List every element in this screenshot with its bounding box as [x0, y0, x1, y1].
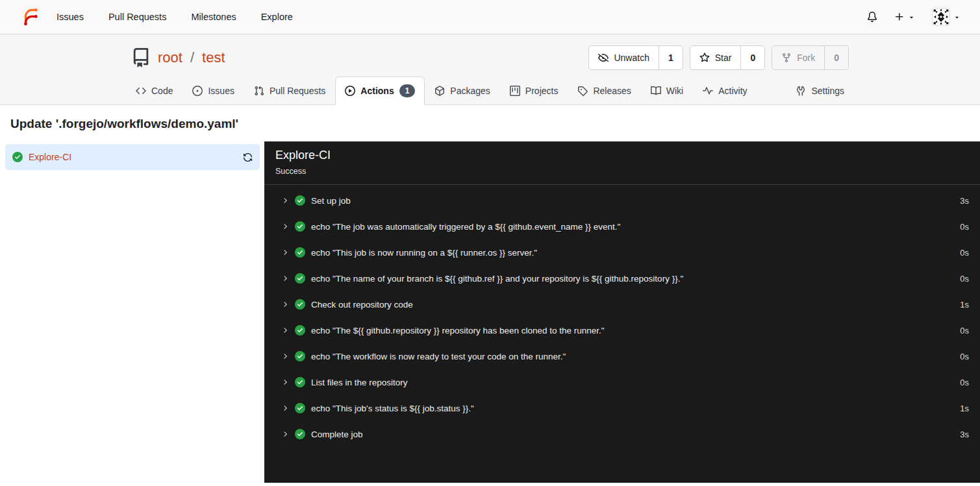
step-duration: 3s — [960, 430, 969, 439]
tab-actions-label: Actions — [360, 86, 394, 96]
repo-header: root / test Unwatch 1 Star 0 — [0, 34, 980, 105]
chevron-down-icon — [908, 14, 915, 21]
step-name: Complete job — [311, 430, 363, 439]
user-menu-button[interactable] — [927, 4, 966, 30]
tab-activity[interactable]: Activity — [693, 77, 757, 105]
chevron-right-icon[interactable] — [281, 249, 289, 256]
step-name: echo "The ${{ github.repository }} repos… — [311, 326, 605, 335]
actions-count-badge: 1 — [399, 84, 416, 97]
chevron-right-icon[interactable] — [281, 430, 289, 438]
step-duration: 0s — [960, 378, 969, 387]
forks-count[interactable]: 0 — [824, 46, 848, 69]
step-success-icon — [295, 221, 305, 232]
step-row[interactable]: echo "The ${{ github.repository }} repos… — [264, 317, 980, 343]
step-duration: 1s — [960, 300, 969, 310]
nav-link-pull-requests[interactable]: Pull Requests — [96, 12, 179, 22]
notifications-bell-icon[interactable] — [862, 8, 883, 26]
job-item-explore-ci[interactable]: Explore-CI — [5, 144, 260, 170]
tab-packages[interactable]: Packages — [425, 77, 499, 105]
plus-icon — [894, 12, 905, 22]
tab-projects-label: Projects — [525, 86, 559, 96]
tab-actions[interactable]: Actions 1 — [335, 77, 425, 105]
step-success-icon — [295, 299, 305, 310]
tab-releases[interactable]: Releases — [568, 77, 640, 105]
avatar — [932, 8, 950, 26]
step-row[interactable]: Complete job 3s — [264, 421, 980, 447]
step-row[interactable]: echo "This job is now running on a ${{ r… — [264, 239, 980, 265]
step-row[interactable]: echo "The name of your branch is ${{ git… — [264, 265, 980, 291]
step-success-icon — [295, 195, 305, 206]
tab-pull-requests[interactable]: Pull Requests — [244, 77, 335, 105]
code-icon — [136, 86, 146, 96]
step-success-icon — [295, 403, 305, 413]
repo-separator: / — [190, 49, 194, 66]
step-success-icon — [295, 325, 305, 335]
nav-link-issues[interactable]: Issues — [44, 12, 96, 22]
play-circle-icon — [345, 86, 355, 96]
tab-issues[interactable]: Issues — [182, 77, 244, 105]
pulse-icon — [703, 86, 713, 96]
step-success-icon — [295, 273, 305, 284]
nav-link-explore[interactable]: Explore — [249, 12, 305, 22]
step-success-icon — [295, 377, 305, 387]
jobs-sidebar: Explore-CI — [0, 141, 264, 483]
chevron-right-icon[interactable] — [281, 300, 289, 308]
create-new-button[interactable] — [889, 8, 920, 26]
forgejo-logo-icon[interactable] — [14, 7, 34, 27]
chevron-right-icon[interactable] — [281, 352, 289, 360]
step-duration: 0s — [960, 352, 969, 361]
watchers-count[interactable]: 1 — [659, 46, 683, 69]
step-duration: 0s — [960, 274, 969, 284]
git-pull-request-icon — [254, 86, 264, 96]
fork-button[interactable]: Fork — [772, 46, 824, 69]
navbar-right — [862, 4, 972, 30]
stars-count[interactable]: 0 — [740, 46, 764, 69]
repo-tabs: Code Issues Pull Requests Actions 1 Pack… — [121, 77, 859, 105]
step-duration: 3s — [960, 196, 969, 206]
step-row[interactable]: List files in the repository 0s — [264, 369, 980, 395]
tab-settings[interactable]: Settings — [786, 77, 854, 105]
tab-wiki-label: Wiki — [666, 86, 683, 96]
chevron-right-icon[interactable] — [281, 378, 289, 386]
repo-owner-link[interactable]: root — [158, 49, 182, 66]
rerun-job-icon[interactable] — [243, 152, 253, 162]
job-log-title: Explore-CI — [275, 149, 969, 162]
tab-code-label: Code — [151, 86, 173, 96]
unwatch-label: Unwatch — [614, 53, 649, 63]
step-row[interactable]: echo "This job's status is ${{ job.statu… — [264, 395, 980, 421]
fork-icon — [781, 53, 792, 63]
nav-link-milestones[interactable]: Milestones — [179, 12, 248, 22]
tab-code[interactable]: Code — [126, 77, 182, 105]
tab-projects[interactable]: Projects — [500, 77, 568, 105]
tab-pull-requests-label: Pull Requests — [270, 86, 325, 96]
step-success-icon — [295, 429, 305, 439]
chevron-right-icon[interactable] — [281, 274, 289, 282]
package-icon — [434, 86, 445, 96]
step-row[interactable]: Set up job 3s — [264, 188, 980, 213]
chevron-right-icon[interactable] — [281, 197, 289, 204]
step-duration: 1s — [960, 404, 969, 413]
step-row[interactable]: echo "The workflow is now ready to test … — [264, 343, 980, 369]
unwatch-button[interactable]: Unwatch — [589, 46, 658, 69]
repo-name-link[interactable]: test — [202, 49, 225, 66]
chevron-right-icon[interactable] — [281, 404, 289, 412]
tab-releases-label: Releases — [593, 86, 631, 96]
star-icon — [699, 53, 710, 63]
step-success-icon — [295, 351, 305, 361]
repo-actions: Unwatch 1 Star 0 Fork 0 — [588, 45, 849, 70]
tools-icon — [796, 86, 806, 96]
step-row[interactable]: Check out repository code 1s — [264, 291, 980, 317]
chevron-right-icon[interactable] — [281, 326, 289, 334]
repo-icon — [131, 48, 151, 67]
step-row[interactable]: echo "The job was automatically triggere… — [264, 213, 980, 239]
job-success-icon — [12, 152, 23, 162]
star-button[interactable]: Star — [690, 46, 741, 69]
step-name: echo "This job's status is ${{ job.statu… — [311, 404, 474, 413]
tab-wiki[interactable]: Wiki — [641, 77, 693, 105]
tab-settings-label: Settings — [811, 86, 844, 96]
fork-button-group: Fork 0 — [772, 45, 849, 70]
project-icon — [510, 86, 520, 96]
step-name: echo "This job is now running on a ${{ r… — [311, 248, 537, 258]
star-label: Star — [715, 53, 732, 63]
chevron-right-icon[interactable] — [281, 223, 289, 230]
